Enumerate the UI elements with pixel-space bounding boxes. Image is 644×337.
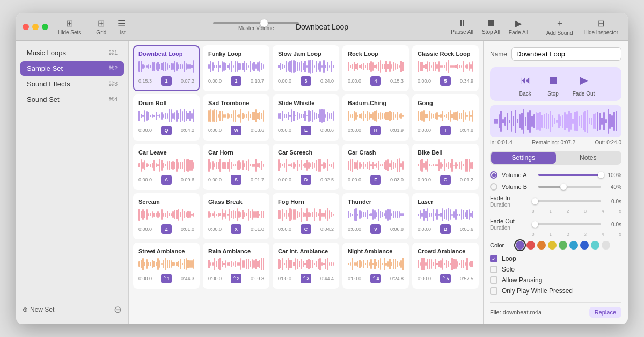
inspector-name-input[interactable] — [511, 47, 621, 61]
master-volume-slider[interactable] — [213, 22, 299, 24]
sound-time: 0:00.0 — [208, 128, 222, 133]
sound-card-17[interactable]: Fog Horn 0:00.0 C 0:04.2 — [273, 193, 339, 239]
only-play-checkbox[interactable] — [490, 287, 497, 295]
waveform-bars — [138, 257, 194, 272]
color-swatch-5[interactable] — [569, 241, 578, 250]
grid-icon: ⊞ — [98, 18, 105, 28]
sound-card-title: Street Ambiance — [138, 248, 194, 254]
sidebar-item-sound-set[interactable]: Sound Set ⌘4 — [20, 92, 124, 107]
sound-card-footer: 0:00.0 R 0:01.9 — [348, 126, 404, 135]
solo-checkbox[interactable] — [490, 266, 497, 273]
sound-card-title: Gong — [418, 100, 473, 106]
sound-card-22[interactable]: Car Int. Ambiance 0:00.0 ⌃3 0:44.4 — [273, 243, 339, 289]
sound-duration: 0:01.9 — [390, 128, 404, 133]
stop-all-button[interactable]: ⏹ Stop All — [482, 18, 500, 35]
sound-card-9[interactable]: Gong 0:00.0 T 0:04.8 — [412, 94, 479, 141]
pause-all-icon: ⏸ — [458, 18, 466, 28]
sound-duration: 0:02.5 — [320, 177, 334, 182]
volume-a-radio[interactable] — [490, 171, 497, 179]
fade-out-control[interactable]: ▶ Fade Out — [573, 71, 595, 97]
waveform — [208, 257, 264, 272]
remove-set-icon[interactable]: ⊖ — [114, 304, 122, 316]
new-set-label: New Set — [30, 306, 54, 313]
sound-card-20[interactable]: Street Ambiance 0:00.0 ⌃1 0:44.3 — [133, 243, 200, 289]
back-label: Back — [519, 91, 531, 97]
hide-sets-button[interactable]: ⊞ Hide Sets — [55, 16, 84, 38]
sound-card-5[interactable]: Drum Roll 0:00.0 Q 0:04.2 — [133, 94, 200, 141]
new-set-button[interactable]: ⊕ New Set — [23, 306, 54, 313]
stop-icon: ⏹ — [545, 71, 562, 89]
add-sound-button[interactable]: ＋ Add Sound — [543, 16, 576, 38]
sound-card-21[interactable]: Rain Ambiance 0:00.0 ⌃2 0:09.8 — [203, 243, 269, 289]
tab-notes[interactable]: Notes — [556, 152, 621, 164]
sound-duration: 0:09.6 — [181, 177, 194, 182]
radio-inner — [492, 173, 496, 177]
waveform — [278, 207, 334, 222]
volume-b-radio[interactable] — [490, 183, 497, 191]
sound-card-footer: 0:15.3 1 0:07.2 — [138, 76, 194, 86]
volume-a-label: Volume A — [502, 172, 534, 178]
sidebar-item-sample-set[interactable]: Sample Set ⌘2 — [20, 61, 124, 76]
sound-card-23[interactable]: Night Ambiance 0:00.0 ⌃4 0:24.8 — [342, 243, 409, 289]
volume-b-slider[interactable] — [538, 186, 601, 188]
sound-card-24[interactable]: Crowd Ambiance 0:00.0 ⌃5 0:57.5 — [412, 243, 479, 289]
close-button[interactable] — [23, 24, 29, 30]
back-control[interactable]: ⏮ Back — [517, 71, 534, 97]
fade-out-slider[interactable] — [532, 223, 601, 225]
sound-time: 0:00.0 — [348, 226, 361, 232]
color-swatch-7[interactable] — [591, 241, 599, 250]
sound-time: 0:00.0 — [208, 78, 222, 84]
sound-card-3[interactable]: Rock Loop 0:00.0 4 0:15.3 — [342, 45, 409, 91]
sound-card-14[interactable]: Bike Bell 0:00.0 G 0:01.2 — [412, 144, 479, 190]
allow-pausing-checkbox[interactable] — [490, 276, 497, 284]
fade-out-label: Fade OutDuration — [490, 218, 528, 231]
volume-a-slider[interactable] — [538, 174, 601, 176]
color-swatch-8[interactable] — [602, 241, 610, 250]
sound-card-4[interactable]: Classic Rock Loop 0:00.0 5 0:34.9 — [412, 45, 479, 91]
color-swatch-2[interactable] — [537, 241, 546, 250]
fade-in-slider[interactable] — [532, 200, 601, 202]
sound-card-title: Laser — [418, 199, 473, 205]
sound-card-footer: 0:00.0 E 0:00.6 — [278, 126, 334, 135]
stop-control[interactable]: ⏹ Stop — [545, 71, 562, 97]
sound-card-6[interactable]: Sad Trombone 0:00.0 W 0:03.6 — [203, 94, 269, 141]
replace-button[interactable]: Replace — [589, 307, 621, 318]
sidebar-item-sound-effects[interactable]: Sound Effects ⌘3 — [20, 77, 124, 91]
color-swatch-6[interactable] — [580, 241, 589, 250]
sound-card-16[interactable]: Glass Break 0:00.0 X 0:01.0 — [203, 193, 269, 239]
sound-card-12[interactable]: Car Screech 0:00.0 D 0:02.5 — [273, 144, 339, 190]
sound-card-10[interactable]: Car Leave 0:00.0 A 0:09.6 — [133, 144, 200, 190]
color-swatch-0[interactable] — [516, 241, 524, 250]
waveform-bars — [418, 207, 473, 222]
color-swatch-3[interactable] — [548, 241, 557, 250]
loop-checkbox[interactable]: ✓ — [490, 255, 497, 262]
hide-inspector-button[interactable]: ⊟ Hide Inspector — [581, 16, 621, 38]
pause-all-button[interactable]: ⏸ Pause All — [451, 18, 473, 35]
fade-all-button[interactable]: ▶ Fade All — [509, 18, 528, 35]
grid-button[interactable]: ⊞ Grid — [93, 16, 109, 38]
list-label: List — [117, 30, 126, 35]
inspector-name-label: Name — [490, 50, 507, 58]
color-swatch-1[interactable] — [526, 241, 535, 250]
sound-card-1[interactable]: Funky Loop 0:00.0 2 0:10.7 — [203, 45, 269, 91]
sound-card-8[interactable]: Badum-Ching 0:00.0 R 0:01.9 — [342, 94, 409, 141]
sound-duration: 0:04.2 — [181, 128, 194, 133]
sidebar-item-music-loops[interactable]: Music Loops ⌘1 — [20, 46, 124, 60]
color-swatch-4[interactable] — [559, 241, 567, 250]
tab-settings[interactable]: Settings — [491, 152, 556, 164]
waveform — [138, 158, 194, 173]
sound-card-0[interactable]: Downbeat Loop 0:15.3 1 0:07.2 — [133, 45, 200, 91]
sound-card-title: Slow Jam Loop — [278, 50, 334, 57]
sound-card-2[interactable]: Slow Jam Loop 0:00.0 3 0:24.0 — [273, 45, 339, 91]
list-button[interactable]: ☰ List — [114, 16, 129, 38]
sound-card-11[interactable]: Car Horn 0:00.0 S 0:01.7 — [203, 144, 269, 190]
sound-card-18[interactable]: Thunder 0:00.0 V 0:06.8 — [342, 193, 409, 239]
sound-card-15[interactable]: Scream 0:00.0 Z 0:01.0 — [133, 193, 200, 239]
sound-card-19[interactable]: Laser 0:00.0 B 0:00.6 — [412, 193, 479, 239]
traffic-lights — [23, 24, 48, 30]
waveform-bars — [278, 158, 334, 173]
sound-card-13[interactable]: Car Crash 0:00.0 F 0:03.0 — [342, 144, 409, 190]
minimize-button[interactable] — [32, 24, 39, 30]
sound-card-7[interactable]: Slide Whistle 0:00.0 E 0:00.6 — [273, 94, 339, 141]
maximize-button[interactable] — [42, 24, 48, 30]
